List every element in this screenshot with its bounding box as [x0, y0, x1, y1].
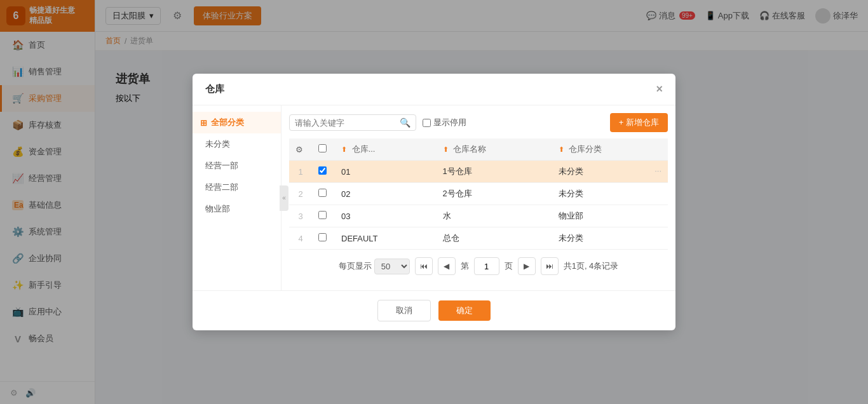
- row-category: 物业部: [552, 205, 668, 227]
- row-code: DEFAULT: [335, 227, 437, 250]
- row-code: 03: [335, 205, 437, 227]
- row-gear: 4: [289, 227, 312, 250]
- select-all-checkbox[interactable]: [318, 144, 327, 152]
- row-checkbox[interactable]: [318, 189, 327, 197]
- prev-page-button[interactable]: ◀: [438, 257, 456, 275]
- category-item-label: 未分类: [205, 139, 230, 149]
- search-input[interactable]: [295, 118, 396, 128]
- modal-body: ⊞ 全部分类 未分类 经营一部 经营二部 物业部 «: [193, 105, 675, 290]
- category-item-label: 经营一部: [205, 161, 238, 170]
- category-all[interactable]: ⊞ 全部分类: [193, 112, 281, 133]
- table-panel: 🔍 显示停用 + 新增仓库 ⚙: [281, 105, 675, 290]
- category-all-label: 全部分类: [211, 117, 244, 128]
- row-checkbox-cell[interactable]: [312, 161, 335, 183]
- table-toolbar: 🔍 显示停用 + 新增仓库: [289, 113, 668, 132]
- show-disabled-checkbox[interactable]: 显示停用: [423, 117, 466, 128]
- page-number-input[interactable]: [474, 257, 499, 275]
- category-item-0[interactable]: 未分类: [193, 133, 281, 155]
- row-name: 总仓: [437, 227, 552, 250]
- sort-icon: ⬆: [443, 145, 449, 153]
- row-gear: 3: [289, 205, 312, 227]
- row-name: 2号仓库: [437, 183, 552, 205]
- row-gear: 1: [289, 161, 312, 183]
- row-code: 02: [335, 183, 437, 205]
- row-checkbox-cell[interactable]: [312, 183, 335, 205]
- row-name: 水: [437, 205, 552, 227]
- table-row[interactable]: 2 02 2号仓库 未分类: [289, 183, 668, 205]
- total-records-label: 共1页, 4条记录: [564, 260, 619, 272]
- search-box[interactable]: 🔍: [289, 114, 416, 131]
- row-category: 未分类: [552, 227, 668, 250]
- table-row[interactable]: 3 03 水 物业部: [289, 205, 668, 227]
- modal-overlay: 仓库 × ⊞ 全部分类 未分类 经营一部 经营二部: [0, 0, 868, 404]
- row-category: 未分类···: [552, 161, 668, 183]
- search-icon: 🔍: [400, 118, 410, 128]
- last-page-button[interactable]: ⏭: [541, 257, 559, 275]
- table-row[interactable]: 1 01 1号仓库 未分类···: [289, 161, 668, 183]
- sort-icon: ⬆: [559, 145, 564, 153]
- per-page-selector[interactable]: 每页显示 50 100 200: [339, 259, 410, 274]
- show-disabled-label: 显示停用: [433, 117, 466, 128]
- pagination: 每页显示 50 100 200 ⏮ ◀ 第 页 ▶ ⏭ 共1页, 4条记录: [289, 250, 668, 283]
- page-prefix-label: 第: [461, 260, 469, 272]
- collapse-panel-button[interactable]: «: [280, 185, 288, 211]
- row-name: 1号仓库: [437, 161, 552, 183]
- sort-icon: ⬆: [341, 145, 347, 153]
- category-header[interactable]: ⬆ 仓库分类: [552, 138, 668, 161]
- row-checkbox-cell[interactable]: [312, 205, 335, 227]
- modal-title: 仓库: [205, 83, 224, 95]
- warehouse-modal: 仓库 × ⊞ 全部分类 未分类 经营一部 经营二部: [193, 74, 675, 330]
- per-page-label: 每页显示: [339, 260, 372, 272]
- row-gear: 2: [289, 183, 312, 205]
- modal-header: 仓库 ×: [193, 74, 675, 105]
- first-page-button[interactable]: ⏮: [415, 257, 433, 275]
- row-category: 未分类: [552, 183, 668, 205]
- page-suffix-label: 页: [505, 260, 513, 272]
- category-item-label: 经营二部: [205, 182, 238, 192]
- warehouse-table: ⚙ ⬆ 仓库... ⬆ 仓库名称: [289, 138, 668, 250]
- code-header[interactable]: ⬆ 仓库...: [335, 138, 437, 161]
- row-checkbox[interactable]: [318, 211, 327, 219]
- category-item-label: 物业部: [205, 204, 230, 213]
- row-code: 01: [335, 161, 437, 183]
- row-checkbox-cell[interactable]: [312, 227, 335, 250]
- confirm-button[interactable]: 确定: [438, 300, 491, 321]
- name-header[interactable]: ⬆ 仓库名称: [437, 138, 552, 161]
- show-disabled-input[interactable]: [423, 119, 431, 127]
- table-row[interactable]: 4 DEFAULT 总仓 未分类: [289, 227, 668, 250]
- cancel-button[interactable]: 取消: [377, 300, 431, 321]
- add-warehouse-button[interactable]: + 新增仓库: [610, 113, 668, 132]
- close-button[interactable]: ×: [656, 83, 663, 96]
- gear-header: ⚙: [289, 138, 312, 161]
- modal-footer: 取消 确定: [193, 290, 675, 330]
- category-item-1[interactable]: 经营一部: [193, 155, 281, 177]
- category-item-2[interactable]: 经营二部: [193, 177, 281, 198]
- category-item-3[interactable]: 物业部: [193, 198, 281, 220]
- category-panel: ⊞ 全部分类 未分类 经营一部 经营二部 物业部 «: [193, 105, 281, 290]
- table-container: ⚙ ⬆ 仓库... ⬆ 仓库名称: [289, 138, 668, 250]
- grid-icon: ⊞: [200, 118, 207, 128]
- table-header-row: ⚙ ⬆ 仓库... ⬆ 仓库名称: [289, 138, 668, 161]
- next-page-button[interactable]: ▶: [518, 257, 536, 275]
- row-checkbox[interactable]: [318, 233, 327, 241]
- row-checkbox[interactable]: [318, 166, 327, 175]
- per-page-select[interactable]: 50 100 200: [374, 259, 410, 274]
- checkbox-header: [312, 138, 335, 161]
